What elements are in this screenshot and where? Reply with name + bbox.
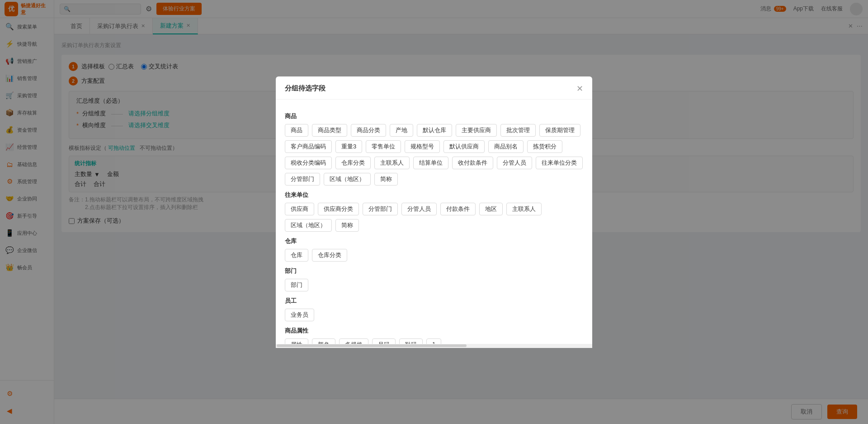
field-tag[interactable]: 颜色 — [312, 338, 335, 344]
field-tag[interactable]: 默认仓库 — [417, 124, 452, 137]
field-tag[interactable]: 税收分类编码 — [285, 157, 332, 169]
field-tag[interactable]: 往来单位分类 — [536, 157, 583, 169]
field-tag[interactable]: 仓库 — [285, 249, 308, 262]
modal-body: 商品 商品商品类型商品分类产地默认仓库主要供应商批次管理保质期管理客户商品编码重… — [276, 100, 592, 344]
field-tag[interactable]: 区域（地区） — [324, 173, 371, 186]
modal-header: 分组待选字段 ✕ — [276, 76, 592, 100]
field-tag[interactable]: 分管人员 — [401, 203, 437, 215]
field-tag[interactable]: 商品 — [285, 124, 308, 137]
modal-scrollbar-h[interactable] — [276, 344, 592, 348]
department-field-tags: 部门 — [285, 279, 583, 291]
modal-title: 分组待选字段 — [285, 84, 326, 93]
field-tag[interactable]: 简称 — [335, 219, 359, 232]
field-tag[interactable]: 产地 — [390, 124, 413, 137]
field-tag[interactable]: 多规格 — [339, 338, 368, 344]
product-attr-field-tags: 属性颜色多规格尺码鞋码1 — [285, 338, 583, 344]
field-tag[interactable]: 主要供应商 — [456, 124, 497, 137]
field-tag[interactable]: 地区 — [479, 203, 503, 215]
field-tag[interactable]: 拣货积分 — [527, 140, 562, 153]
field-tag[interactable]: 客户商品编码 — [285, 140, 332, 153]
field-tag[interactable]: 付款条件 — [440, 203, 476, 215]
field-tag[interactable]: 主联系人 — [374, 157, 410, 169]
modal-scrollbar-thumb — [277, 344, 467, 347]
modal-overlay: 分组待选字段 ✕ 商品 商品商品类型商品分类产地默认仓库主要供应商批次管理保质期… — [0, 0, 868, 424]
field-tag[interactable]: 仓库分类 — [335, 157, 371, 169]
field-tag[interactable]: 部门 — [285, 279, 308, 291]
field-tag[interactable]: 商品类型 — [312, 124, 347, 137]
field-tag[interactable]: 规格型号 — [405, 140, 440, 153]
field-tag[interactable]: 鞋码 — [399, 338, 423, 344]
field-tag[interactable]: 供应商分类 — [318, 203, 359, 215]
field-tag[interactable]: 商品分类 — [351, 124, 386, 137]
field-tag[interactable]: 默认供应商 — [443, 140, 485, 153]
partner-field-tags: 供应商供应商分类分管部门分管人员付款条件地区主联系人区域（地区）简称 — [285, 203, 583, 232]
field-tag[interactable]: 供应商 — [285, 203, 314, 215]
warehouse-field-tags: 仓库仓库分类 — [285, 249, 583, 262]
field-tag[interactable]: 区域（地区） — [285, 219, 332, 232]
field-tag[interactable]: 1 — [426, 338, 441, 344]
field-tag[interactable]: 仓库分类 — [312, 249, 347, 262]
field-tag[interactable]: 分管部门 — [285, 173, 320, 186]
section-title-partner: 往来单位 — [285, 191, 583, 199]
field-select-modal: 分组待选字段 ✕ 商品 商品商品类型商品分类产地默认仓库主要供应商批次管理保质期… — [276, 76, 592, 348]
field-tag[interactable]: 结算单位 — [413, 157, 448, 169]
field-tag[interactable]: 分管部门 — [363, 203, 398, 215]
section-title-employee: 员工 — [285, 297, 583, 305]
field-tag[interactable]: 零售单位 — [366, 140, 401, 153]
field-tag[interactable]: 分管人员 — [497, 157, 532, 169]
field-tag[interactable]: 简称 — [374, 173, 398, 186]
field-tag[interactable]: 主联系人 — [506, 203, 542, 215]
section-title-department: 部门 — [285, 267, 583, 275]
field-tag[interactable]: 保质期管理 — [539, 124, 580, 137]
field-tag[interactable]: 重量3 — [335, 140, 362, 153]
field-tag[interactable]: 商品别名 — [488, 140, 524, 153]
section-title-warehouse: 仓库 — [285, 237, 583, 245]
field-tag[interactable]: 属性 — [285, 338, 308, 344]
field-tag[interactable]: 业务员 — [285, 309, 314, 321]
field-tag[interactable]: 尺码 — [372, 338, 396, 344]
section-title-product-attr: 商品属性 — [285, 327, 583, 335]
employee-field-tags: 业务员 — [285, 309, 583, 321]
modal-close-button[interactable]: ✕ — [576, 84, 583, 94]
field-tag[interactable]: 批次管理 — [500, 124, 536, 137]
goods-field-tags: 商品商品类型商品分类产地默认仓库主要供应商批次管理保质期管理客户商品编码重量3零… — [285, 124, 583, 186]
section-title-goods: 商品 — [285, 112, 583, 120]
field-tag[interactable]: 收付款条件 — [452, 157, 493, 169]
